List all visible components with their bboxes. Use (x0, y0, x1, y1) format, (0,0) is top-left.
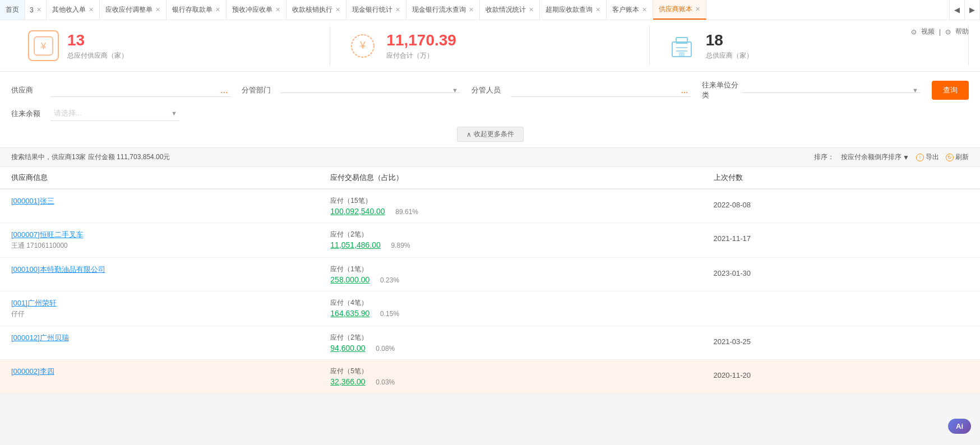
supplier-link-1[interactable]: [000001]张三 (11, 196, 330, 206)
trans-amount-6[interactable]: 32,366.00 (330, 377, 365, 386)
department-select[interactable]: ▼ (281, 88, 461, 93)
nav-tab-supplier-account-label: 供应商账本 (659, 4, 692, 14)
sort-arrow-icon: ▼ (903, 154, 909, 161)
table-body: [000001]张三 应付（15笔） 100,092,540.00 89.61%… (0, 189, 980, 393)
nav-tab-cash-bank-stat-close[interactable]: ✕ (395, 6, 400, 13)
nav-tab-receipt-stat-close[interactable]: ✕ (529, 6, 534, 13)
table-header: 供应商信息 应付交易信息（占比） 上次付数 (0, 167, 980, 189)
collapse-button[interactable]: ∧ 收起更多条件 (457, 127, 524, 142)
nav-tab-overdue-close[interactable]: ✕ (595, 6, 600, 13)
supplier-contact-4: 仔仔 (11, 309, 330, 319)
manager-dots[interactable]: ... (681, 85, 688, 95)
manager-input-wrap[interactable]: ... (511, 84, 691, 97)
nav-tab-bank-deposit[interactable]: 银行存取款单 ✕ (167, 0, 226, 20)
supplier-link-2[interactable]: [000007]恒旺二手叉车 (11, 230, 330, 240)
nav-tab-ap-adjust-close[interactable]: ✕ (155, 6, 160, 13)
payable-suppliers-icon: ¥ (28, 30, 59, 61)
nav-tab-cash-flow-close[interactable]: ✕ (469, 6, 474, 13)
nav-tab-cash-flow-label: 现金银行流水查询 (412, 5, 466, 15)
trans-label-1: 应付（15笔） (330, 196, 713, 206)
balance-placeholder: 请选择... (54, 108, 176, 118)
total-suppliers-number: 18 (706, 31, 753, 50)
video-link[interactable]: 视频 (921, 27, 935, 36)
query-button[interactable]: 查询 (932, 81, 969, 100)
category-select[interactable]: ▼ (741, 88, 921, 93)
results-summary: 搜索结果中，供应商13家 应付金额 111,703,854.00元 (11, 152, 170, 162)
nav-tab-supplier-account-close[interactable]: ✕ (695, 6, 700, 13)
nav-tab-home-label: 首页 (6, 5, 19, 15)
trans-amount-2[interactable]: 11,051,486.00 (330, 240, 381, 249)
last-pay-3: 2023-01-30 (714, 269, 905, 277)
trans-amount-4[interactable]: 164,635.90 (330, 309, 369, 318)
svg-text:¥: ¥ (40, 40, 47, 50)
nav-tab-3-label: 3 (30, 6, 34, 14)
nav-tab-prepay[interactable]: 预收冲应收单 ✕ (226, 0, 286, 20)
transaction-col-1: 应付（15笔） 100,092,540.00 89.61% (330, 196, 713, 216)
nav-tab-cash-flow[interactable]: 现金银行流水查询 ✕ (406, 0, 480, 20)
manager-label: 分管人员 (471, 85, 511, 95)
last-pay-6: 2020-11-20 (714, 371, 905, 379)
stat-payable-amount: ¥ 11,170.39 应付合计（万） (330, 26, 649, 66)
supplier-input-wrap[interactable]: ... (50, 84, 230, 97)
supplier-input[interactable] (54, 86, 227, 94)
transaction-col-6: 应付（5笔） 32,366.00 0.03% (330, 367, 713, 386)
nav-tab-bank-deposit-label: 银行存取款单 (172, 5, 212, 15)
lastpay-col-6: 2020-11-20 (714, 367, 905, 379)
trans-pct-5: 0.08% (376, 345, 395, 353)
transaction-col-2: 应付（2笔） 11,051,486.00 9.89% (330, 230, 713, 249)
nav-tab-receipt-stat[interactable]: 收款情况统计 ✕ (480, 0, 540, 20)
nav-tab-other-income[interactable]: 其他收入单 ✕ (47, 0, 100, 20)
nav-tab-customer-account[interactable]: 客户账本 ✕ (607, 0, 653, 20)
search-row-2: 往来余额 请选择... ▼ (11, 106, 969, 121)
nav-tab-overdue[interactable]: 超期应收款查询 ✕ (540, 0, 607, 20)
col-header-extra (905, 173, 969, 183)
nav-tab-other-income-close[interactable]: ✕ (89, 6, 94, 13)
nav-tab-customer-account-close[interactable]: ✕ (642, 6, 647, 13)
payable-amount-icon: ¥ (347, 30, 378, 61)
nav-tab-3[interactable]: 3 ✕ (25, 0, 47, 20)
sort-select[interactable]: 按应付余额倒序排序 ▼ (841, 152, 909, 162)
trans-pct-2: 9.89% (391, 242, 410, 249)
nav-tab-cash-bank-stat[interactable]: 现金银行统计 ✕ (346, 0, 406, 20)
supplier-link-3[interactable]: [000100]本特勤油品有限公司 (11, 265, 330, 275)
nav-tab-3-close[interactable]: ✕ (36, 6, 41, 13)
supplier-link-5[interactable]: [000012]广州贝瑞 (11, 333, 330, 343)
nav-tab-receipt-verify-close[interactable]: ✕ (335, 6, 340, 13)
balance-select[interactable]: 请选择... ▼ (50, 106, 179, 121)
nav-arrow-right[interactable]: ▶ (965, 0, 980, 20)
supplier-label: 供应商 (11, 85, 50, 95)
supplier-link-6[interactable]: [000002]李四 (11, 367, 330, 377)
lastpay-col-4 (714, 298, 905, 303)
trans-amount-1[interactable]: 100,092,540.00 (330, 207, 385, 216)
top-navigation: 首页 3 ✕ 其他收入单 ✕ 应收应付调整单 ✕ 银行存取款单 ✕ 预收冲应收单… (0, 0, 980, 20)
nav-tab-receipt-stat-label: 收款情况统计 (486, 5, 526, 15)
table-row: [001]广州荣轩 仔仔 应付（4笔） 164,635.90 0.15% (0, 291, 980, 326)
nav-tab-receipt-verify-label: 收款核销执行 (292, 5, 332, 15)
manager-input[interactable] (514, 86, 687, 94)
nav-tab-home[interactable]: 首页 (0, 0, 25, 20)
department-label: 分管部门 (242, 85, 281, 95)
refresh-button[interactable]: ↻ 刷新 (946, 152, 969, 162)
svg-text:¥: ¥ (359, 40, 366, 51)
payable-amount-label: 应付合计（万） (386, 51, 456, 61)
nav-tab-receipt-verify[interactable]: 收款核销执行 ✕ (286, 0, 346, 20)
transaction-col-4: 应付（4笔） 164,635.90 0.15% (330, 298, 713, 318)
nav-tab-prepay-close[interactable]: ✕ (275, 6, 280, 13)
trans-amount-5[interactable]: 94,600.00 (330, 344, 365, 353)
trans-amount-3[interactable]: 258,000.00 (330, 275, 369, 284)
nav-tab-ap-adjust[interactable]: 应收应付调整单 ✕ (100, 0, 167, 20)
table-row: [000012]广州贝瑞 应付（2笔） 94,600.00 0.08% 2021… (0, 326, 980, 360)
supplier-link-4[interactable]: [001]广州荣轩 (11, 298, 330, 308)
supplier-dots[interactable]: ... (220, 85, 228, 95)
total-suppliers-label: 总供应商（家） (706, 51, 753, 61)
help-link[interactable]: 帮助 (955, 27, 969, 36)
nav-tab-supplier-account[interactable]: 供应商账本 ✕ (653, 0, 706, 20)
trans-pct-4: 0.15% (380, 310, 399, 318)
search-form: 供应商 ... 分管部门 ▼ 分管人员 ... 往来单位分类 (0, 72, 980, 148)
total-suppliers-info: 18 总供应商（家） (706, 31, 753, 61)
balance-field: 往来余额 请选择... ▼ (11, 106, 179, 121)
nav-arrow-left[interactable]: ◀ (950, 0, 965, 20)
balance-arrow-icon: ▼ (171, 110, 177, 117)
export-button[interactable]: ↑ 导出 (916, 152, 939, 162)
nav-tab-bank-deposit-close[interactable]: ✕ (215, 6, 220, 13)
